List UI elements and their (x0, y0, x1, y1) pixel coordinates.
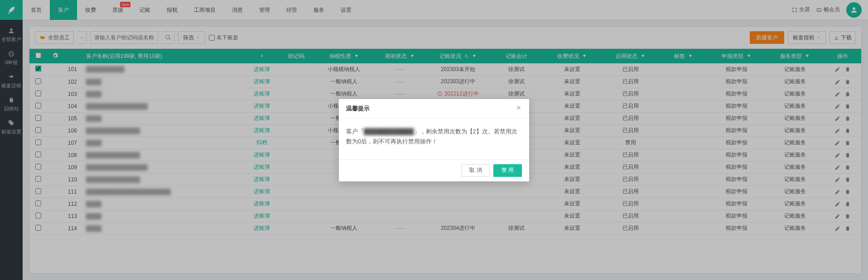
modal-customer-name: ████████████ (364, 127, 414, 137)
modal-header: 温馨提示 (339, 99, 529, 119)
modal-footer: 取 消 禁 用 (339, 159, 529, 181)
modal-title: 温馨提示 (346, 104, 370, 113)
confirm-modal: 温馨提示 客户「████████████」，剩余禁用次数为【2】次。若禁用次数为… (339, 99, 529, 181)
confirm-disable-button[interactable]: 禁 用 (493, 164, 522, 177)
close-icon (516, 104, 522, 111)
modal-close-button[interactable] (516, 104, 522, 113)
cancel-button[interactable]: 取 消 (462, 164, 489, 177)
modal-body: 客户「████████████」，剩余禁用次数为【2】次。若禁用次数为0后，则不… (339, 119, 529, 159)
modal-text: 客户「 (346, 128, 364, 135)
